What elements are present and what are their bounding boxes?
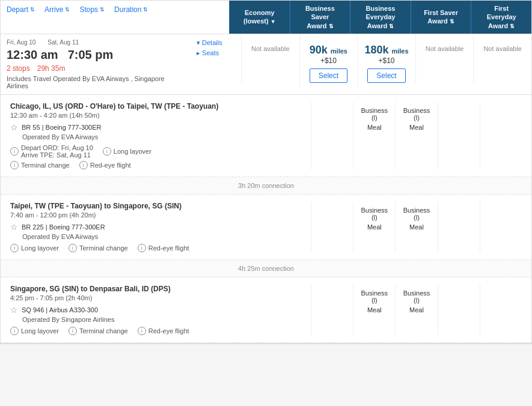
segment-1-time: 12:30 am - 4:20 am (14h 50m) (10, 112, 311, 119)
sort-duration[interactable]: Duration ⇅ (114, 5, 148, 14)
flight-meta: 2 stops 29h 35m (7, 64, 187, 73)
sort-duration-label: Duration (114, 5, 141, 14)
seg1-first-everyday-cell (480, 102, 522, 169)
notice-red-eye-2-text: Red-eye flight (148, 244, 189, 252)
arrive-date: Sat, Aug 11 (47, 39, 79, 46)
seg3-biz-saver-cabin: Business (l) (356, 289, 393, 304)
business-saver-miles: 90k miles (302, 44, 355, 56)
sort-arrive[interactable]: Arrive ⇅ (44, 5, 70, 14)
info-icon-8: i (10, 327, 19, 335)
business-saver-plus: +$10 (302, 56, 355, 65)
notice-depart-ord-text: Depart ORD: Fri, Aug 10Arrive TPE: Sat, … (21, 144, 93, 159)
seg1-biz-saver-cabin: Business (l) (356, 107, 393, 121)
business-everyday-price-cell: 180k miles +$10 Select (357, 34, 415, 88)
seg2-biz-saver-meal: Meal (356, 223, 393, 231)
notice-long-layover-3: i Long layover (10, 327, 59, 335)
seg2-first-saver-cell (438, 202, 480, 252)
info-icon-6: i (69, 244, 77, 252)
stops: 2 stops (7, 64, 30, 73)
business-saver-select-button[interactable]: Select (310, 68, 347, 83)
seg3-economy-cell (311, 285, 353, 335)
sort-stops-label: Stops (79, 5, 98, 14)
sort-depart[interactable]: Depart ⇅ (7, 5, 35, 14)
miles-label-2: miles (391, 47, 408, 55)
info-icon-3: i (10, 161, 19, 169)
sort-stops[interactable]: Stops ⇅ (79, 5, 105, 14)
segment-1-flight-number: BR 55 | Boeing 777-300ER (22, 124, 102, 131)
segment-1-route: Chicago, IL, US (ORD - O'Hare) to Taipei… (10, 102, 311, 111)
segment-3-award-cells: Business (l) Meal Business (l) Meal (311, 285, 522, 335)
economy-not-available: Not available (244, 39, 297, 52)
notice-red-eye-2: i Red-eye flight (138, 244, 189, 252)
notice-red-eye-3-text: Red-eye flight (148, 327, 189, 335)
seg1-first-saver-cell (438, 102, 480, 169)
notice-terminal-change-3: i Terminal change (69, 327, 128, 335)
business-saver-price-cell: 90k miles +$10 Select (299, 34, 358, 88)
header-first-saver[interactable]: First SaverAward ⇅ (411, 1, 471, 34)
segment-2-flight-number: BR 225 | Boeing 777-300ER (22, 223, 105, 231)
operated-by: Includes Travel Operated By EVA Airways … (7, 75, 187, 89)
seg3-first-everyday-cell (480, 285, 522, 335)
sort-stops-arrows: ⇅ (100, 7, 105, 13)
connection-1-text: 3h 20m connection (238, 182, 294, 189)
info-icon-10: i (138, 327, 146, 335)
info-icon-9: i (69, 327, 77, 335)
details-link[interactable]: ▾ Details (197, 39, 237, 47)
economy-lowest-label: Economy(lowest) ▼ (243, 8, 276, 26)
info-icon-5: i (10, 244, 19, 252)
award-column-headers: Economy(lowest) ▼ BusinessSaverAward ⇅ B… (229, 1, 531, 34)
seg3-biz-everyday-cell: Business (l) Meal (395, 285, 437, 335)
header-row: Depart ⇅ Arrive ⇅ Stops ⇅ Duration ⇅ (1, 1, 531, 34)
segment-2-info: Taipei, TW (TPE - Taoyuan) to Singapore,… (10, 202, 311, 252)
first-everyday-price-cell: Not available (473, 34, 531, 82)
notice-long-layover-2: i Long layover (10, 244, 59, 252)
sort-arrive-arrows: ⇅ (65, 7, 70, 13)
segment-1-notices-2: i Terminal change i Red-eye flight (10, 161, 311, 169)
economy-price-cell: Not available (241, 34, 299, 82)
notice-long-layover-1: i Long layover (103, 144, 151, 159)
notice-long-layover-3-text: Long layover (21, 327, 59, 335)
notice-terminal-change-3-text: Terminal change (79, 327, 128, 335)
seg1-biz-everyday-cabin: Business (l) (398, 107, 435, 121)
flight-results-container: Depart ⇅ Arrive ⇅ Stops ⇅ Duration ⇅ (0, 0, 532, 344)
seg2-biz-everyday-cabin: Business (l) (398, 207, 435, 221)
business-everyday-plus: +$10 (360, 56, 413, 65)
segment-1-info: Chicago, IL, US (ORD - O'Hare) to Taipei… (10, 102, 311, 169)
segment-3-notices: i Long layover i Terminal change i Red-e… (10, 327, 311, 335)
seg2-first-everyday-cell (480, 202, 522, 252)
details-panel: Chicago, IL, US (ORD - O'Hare) to Taipei… (1, 95, 531, 344)
info-icon-2: i (103, 147, 111, 156)
notice-terminal-change-2: i Terminal change (69, 244, 128, 252)
star-icon-3: ☆ (10, 305, 18, 315)
segment-1: Chicago, IL, US (ORD - O'Hare) to Taipei… (1, 95, 531, 177)
seats-link[interactable]: ▸ Seats (197, 49, 237, 57)
segment-3-operator: Operated By Singapore Airlines (22, 316, 311, 323)
notice-long-layover-1-text: Long layover (114, 148, 151, 155)
sort-duration-arrows: ⇅ (143, 7, 148, 13)
connection-2: 4h 25m connection (1, 260, 531, 277)
segment-2-flight: ☆ BR 225 | Boeing 777-300ER (10, 222, 311, 232)
notice-red-eye-3: i Red-eye flight (138, 327, 189, 335)
notice-red-eye-1-text: Red-eye flight (90, 162, 131, 169)
segment-2: Taipei, TW (TPE - Taoyuan) to Singapore,… (1, 195, 531, 260)
seg2-biz-saver-cabin: Business (l) (356, 207, 393, 221)
header-economy-lowest[interactable]: Economy(lowest) ▼ (229, 1, 290, 34)
segment-3-time: 4:25 pm - 7:05 pm (2h 40m) (10, 294, 311, 301)
first-everyday-not-available: Not available (476, 39, 529, 52)
info-icon-7: i (138, 244, 146, 252)
info-icon-1: i (10, 147, 19, 156)
sort-arrive-label: Arrive (44, 5, 63, 14)
business-everyday-select-button[interactable]: Select (367, 68, 405, 83)
segment-1-notices: i Depart ORD: Fri, Aug 10Arrive TPE: Sat… (10, 144, 311, 159)
segment-3-flight: ☆ SQ 946 | Airbus A330-300 (10, 305, 311, 315)
segment-3-flight-number: SQ 946 | Airbus A330-300 (22, 306, 98, 314)
seg3-first-saver-cell (438, 285, 480, 335)
segment-3-info: Singapore, SG (SIN) to Denpasar Bali, ID… (10, 285, 311, 335)
header-business-saver[interactable]: BusinessSaverAward ⇅ (290, 1, 350, 34)
miles-label: miles (331, 47, 347, 55)
sort-depart-label: Depart (7, 5, 28, 14)
header-first-everyday[interactable]: FirstEverydayAward ⇅ (471, 1, 531, 34)
arrive-time: 7:05 pm (68, 48, 114, 62)
header-business-everyday[interactable]: BusinessEverydayAward ⇅ (350, 1, 411, 34)
seg2-biz-everyday-cell: Business (l) Meal (395, 202, 437, 252)
